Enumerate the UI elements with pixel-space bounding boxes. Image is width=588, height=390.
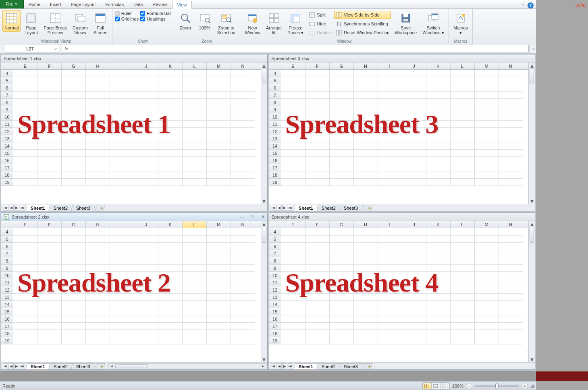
- cell[interactable]: [330, 142, 354, 150]
- column-header[interactable]: M: [207, 63, 231, 69]
- cell[interactable]: [110, 92, 134, 99]
- row-header[interactable]: 11: [1, 279, 13, 286]
- cell[interactable]: [330, 279, 354, 286]
- cell[interactable]: [207, 179, 231, 186]
- cell[interactable]: [86, 113, 110, 121]
- cell[interactable]: [231, 157, 255, 164]
- cell[interactable]: [62, 257, 86, 265]
- cell[interactable]: [499, 308, 523, 315]
- view-side-by-side-button[interactable]: View Side by Side: [334, 11, 391, 19]
- gridlines-checkbox[interactable]: Gridlines: [115, 17, 139, 21]
- cell[interactable]: [110, 171, 134, 179]
- cell[interactable]: [378, 279, 402, 286]
- column-header[interactable]: F: [37, 221, 62, 228]
- headings-checkbox[interactable]: Headings: [140, 17, 171, 21]
- row-header[interactable]: 12: [1, 286, 13, 294]
- cell[interactable]: [207, 250, 231, 257]
- cell[interactable]: [499, 157, 523, 164]
- cell[interactable]: [62, 294, 86, 301]
- cell[interactable]: [475, 164, 499, 171]
- cell[interactable]: [110, 337, 134, 344]
- cell[interactable]: [378, 250, 402, 257]
- cell[interactable]: [134, 142, 158, 150]
- cell[interactable]: [207, 128, 231, 135]
- cell[interactable]: [134, 286, 158, 294]
- cell[interactable]: [62, 308, 86, 315]
- cell[interactable]: [354, 315, 378, 323]
- cell[interactable]: [134, 84, 158, 92]
- column-header[interactable]: K: [426, 221, 451, 228]
- cell[interactable]: [281, 179, 305, 186]
- row-header[interactable]: 16: [1, 315, 13, 323]
- cell[interactable]: [330, 164, 354, 171]
- cell[interactable]: [451, 171, 475, 179]
- row-header[interactable]: 11: [269, 279, 281, 286]
- cell[interactable]: [231, 236, 255, 243]
- normal-view-shortcut[interactable]: [423, 383, 432, 389]
- cell[interactable]: [281, 92, 305, 99]
- cell[interactable]: [451, 330, 475, 337]
- cell[interactable]: [134, 257, 158, 265]
- cell[interactable]: [207, 121, 231, 128]
- cell[interactable]: [378, 113, 402, 121]
- cell[interactable]: [499, 315, 523, 323]
- cell[interactable]: [231, 243, 255, 250]
- cell[interactable]: [207, 279, 231, 286]
- cell[interactable]: [426, 286, 451, 294]
- cell[interactable]: [451, 128, 475, 135]
- vertical-scrollbar[interactable]: ▴▾: [528, 63, 535, 204]
- cell[interactable]: [86, 308, 110, 315]
- row-header[interactable]: 13: [1, 294, 13, 301]
- cell[interactable]: [110, 135, 134, 142]
- cell[interactable]: [378, 106, 402, 113]
- sheet-nav-button[interactable]: ⏮: [3, 205, 8, 211]
- cell[interactable]: [330, 286, 354, 294]
- sheet-tab[interactable]: Sheet1: [293, 363, 318, 369]
- cell[interactable]: [354, 301, 378, 308]
- cell[interactable]: [281, 150, 305, 157]
- cell[interactable]: [305, 77, 330, 84]
- cell[interactable]: [354, 150, 378, 157]
- vertical-scrollbar[interactable]: ▴▾: [261, 63, 267, 204]
- cell[interactable]: [330, 308, 354, 315]
- cell[interactable]: [354, 294, 378, 301]
- freeze-panes-button[interactable]: Freeze Panes ▾: [285, 10, 305, 37]
- row-header[interactable]: 19: [269, 337, 281, 344]
- row-header[interactable]: 4: [269, 70, 281, 77]
- cell[interactable]: [86, 92, 110, 99]
- cell[interactable]: [207, 164, 231, 171]
- cell[interactable]: [305, 113, 330, 121]
- cell[interactable]: [426, 92, 451, 99]
- cell[interactable]: [62, 228, 86, 236]
- cell[interactable]: [86, 142, 110, 150]
- cell[interactable]: [499, 272, 523, 279]
- cell[interactable]: [475, 243, 499, 250]
- cell[interactable]: [134, 179, 158, 186]
- row-header[interactable]: 18: [269, 171, 281, 179]
- cell[interactable]: [134, 323, 158, 330]
- row-header[interactable]: 19: [269, 179, 281, 186]
- row-header[interactable]: 4: [1, 228, 13, 236]
- sheet-tab[interactable]: Sheet3: [339, 363, 363, 369]
- cell[interactable]: [354, 323, 378, 330]
- cell[interactable]: [62, 301, 86, 308]
- sheet-nav-button[interactable]: ▶: [282, 363, 287, 369]
- column-header[interactable]: G: [62, 63, 86, 69]
- cell[interactable]: [426, 228, 451, 236]
- cell[interactable]: [134, 330, 158, 337]
- cell[interactable]: [475, 121, 499, 128]
- row-header[interactable]: 16: [1, 157, 13, 164]
- cell[interactable]: [13, 121, 37, 128]
- cell[interactable]: [207, 157, 231, 164]
- row-header[interactable]: 5: [1, 236, 13, 243]
- scrollbar-thumb[interactable]: [262, 68, 266, 84]
- cell[interactable]: [426, 265, 451, 272]
- row-header[interactable]: 9: [269, 106, 281, 113]
- cell[interactable]: [207, 70, 231, 77]
- cell[interactable]: [13, 84, 37, 92]
- column-header[interactable]: I: [378, 221, 402, 228]
- select-all-corner[interactable]: [1, 63, 13, 69]
- cell[interactable]: [305, 315, 330, 323]
- sheet-nav-button[interactable]: ⏮: [271, 363, 276, 369]
- cell[interactable]: [231, 171, 255, 179]
